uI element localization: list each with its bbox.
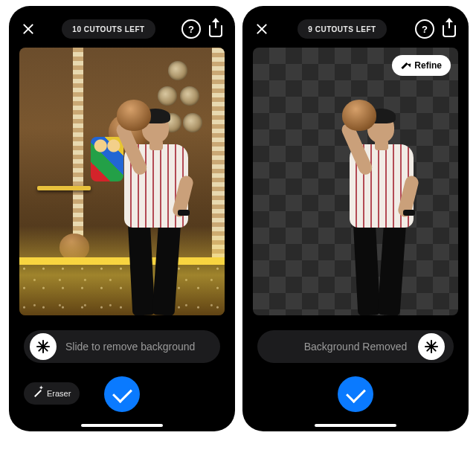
cutouts-remaining-label: 10 CUTOUTS LEFT <box>72 25 144 33</box>
comparison-stage: 10 CUTOUTS LEFT ? <box>0 0 476 476</box>
slider-knob[interactable] <box>418 333 445 360</box>
subject-cutout <box>335 98 436 315</box>
close-icon[interactable] <box>254 22 269 36</box>
photo-scene <box>19 48 225 315</box>
image-canvas-transparent[interactable]: Refine <box>253 48 458 315</box>
cutouts-remaining-label: 9 CUTOUTS LEFT <box>308 25 376 33</box>
refine-button[interactable]: Refine <box>392 55 451 76</box>
home-indicator[interactable] <box>81 424 163 427</box>
cutouts-remaining-pill[interactable]: 10 CUTOUTS LEFT <box>62 19 155 39</box>
help-icon[interactable]: ? <box>415 19 434 39</box>
refine-label: Refine <box>414 60 442 71</box>
remove-bg-slider-done: Background Removed <box>257 330 454 363</box>
wand-icon <box>33 389 42 398</box>
pencil-icon <box>401 61 410 70</box>
cutouts-remaining-pill[interactable]: 9 CUTOUTS LEFT <box>298 19 386 39</box>
checkmark-icon <box>112 383 132 403</box>
home-indicator[interactable] <box>315 424 396 427</box>
sparkle-icon <box>36 340 50 353</box>
top-bar: 10 CUTOUTS LEFT ? <box>9 16 235 42</box>
close-icon[interactable] <box>21 22 36 36</box>
eraser-button[interactable]: Eraser <box>24 382 80 405</box>
confirm-button[interactable] <box>104 376 140 412</box>
confirm-button[interactable] <box>338 376 373 412</box>
eraser-label: Eraser <box>47 389 71 398</box>
slider-knob[interactable] <box>30 333 57 360</box>
share-icon[interactable] <box>208 21 223 37</box>
phone-after: 9 CUTOUTS LEFT ? Refine Background Remov… <box>242 6 469 431</box>
phone-before: 10 CUTOUTS LEFT ? <box>9 6 235 431</box>
checkmark-icon <box>346 383 366 403</box>
image-canvas[interactable] <box>19 48 225 315</box>
top-bar: 9 CUTOUTS LEFT ? <box>242 16 469 42</box>
slider-prompt: Slide to remove background <box>62 341 220 353</box>
remove-bg-slider[interactable]: Slide to remove background <box>24 330 220 363</box>
help-icon[interactable]: ? <box>181 19 201 39</box>
subject-person <box>109 98 210 315</box>
sparkle-icon <box>425 340 438 353</box>
share-icon[interactable] <box>442 21 457 37</box>
